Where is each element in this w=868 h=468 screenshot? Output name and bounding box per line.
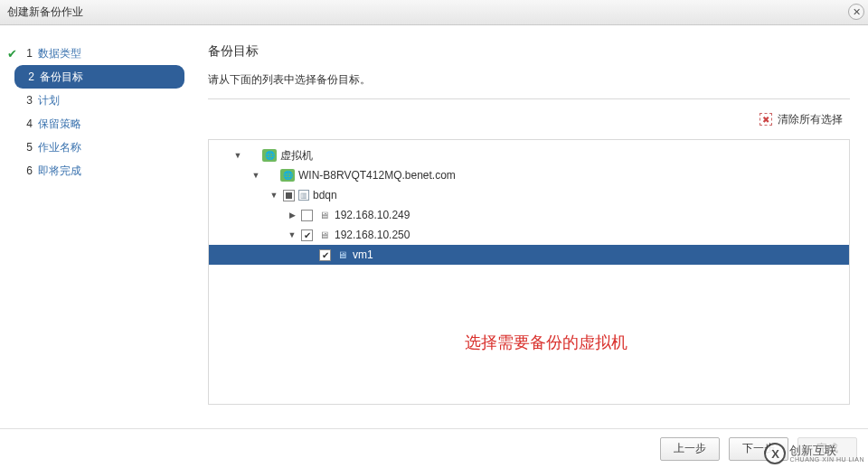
- step-number: 1: [18, 47, 33, 60]
- check-icon: ✔: [5, 47, 18, 61]
- host-icon: 🖥: [316, 229, 331, 241]
- wizard-step-6[interactable]: 6即将完成: [0, 159, 190, 183]
- step-number: 4: [18, 117, 33, 130]
- chevron-down-icon[interactable]: [287, 230, 297, 239]
- wizard-step-3[interactable]: 3计划: [0, 89, 190, 112]
- step-label: 备份目标: [40, 70, 83, 85]
- wizard-step-1[interactable]: ✔1数据类型: [0, 42, 190, 65]
- wizard-step-2[interactable]: 2备份目标: [14, 65, 184, 89]
- tree-node[interactable]: 🌐WIN-B8RVQT412MQ.benet.com: [209, 165, 849, 185]
- close-icon: ✕: [853, 6, 861, 18]
- step-label: 数据类型: [38, 46, 81, 61]
- wizard-step-4[interactable]: 4保留策略: [0, 112, 190, 136]
- wizard-steps-sidebar: ✔1数据类型2备份目标3计划4保留策略5作业名称6即将完成: [0, 25, 190, 428]
- vcenter-icon: 🌐: [280, 169, 295, 182]
- tree-checkbox[interactable]: [301, 210, 313, 221]
- vcenter-icon: 🌐: [262, 149, 277, 162]
- finish-button: 完成: [797, 437, 857, 461]
- tree-checkbox[interactable]: [319, 249, 331, 261]
- step-label: 即将完成: [38, 164, 81, 179]
- step-number: 3: [18, 94, 33, 107]
- close-button[interactable]: ✕: [848, 4, 864, 20]
- tree-node-label: WIN-B8RVQT412MQ.benet.com: [298, 169, 456, 182]
- clear-selection-link[interactable]: 清除所有选择: [778, 112, 843, 127]
- wizard-content-panel: 备份目标 请从下面的列表中选择备份目标。 ✖ 清除所有选择 🌐虚拟机🌐WIN-B…: [190, 25, 868, 428]
- step-number: 6: [18, 164, 33, 177]
- tree-node-label: 虚拟机: [280, 148, 313, 164]
- tree-checkbox[interactable]: [301, 229, 313, 241]
- tree-node-label: 192.168.10.250: [335, 229, 410, 241]
- tree-node-label: bdqn: [313, 189, 337, 201]
- page-subtitle: 请从下面的列表中选择备份目标。: [208, 72, 850, 88]
- next-button[interactable]: 下一步: [729, 437, 788, 461]
- host-icon: 🖥: [316, 209, 331, 221]
- chevron-down-icon[interactable]: [232, 151, 243, 160]
- step-label: 作业名称: [38, 140, 81, 155]
- divider: [208, 98, 850, 99]
- chevron-down-icon[interactable]: [250, 171, 261, 180]
- clear-selection-icon: ✖: [760, 113, 772, 126]
- back-button[interactable]: 上一步: [660, 437, 720, 461]
- tree-node[interactable]: ▥bdqn: [209, 185, 849, 205]
- step-number: 5: [18, 141, 33, 154]
- target-tree: 🌐虚拟机🌐WIN-B8RVQT412MQ.benet.com▥bdqn🖥192.…: [208, 139, 850, 405]
- datacenter-icon: ▥: [298, 190, 309, 201]
- tree-node-label: 192.168.10.249: [335, 209, 410, 221]
- tree-node[interactable]: 🖥vm1: [209, 245, 849, 265]
- chevron-down-icon[interactable]: [269, 191, 279, 200]
- window-titlebar: 创建新备份作业 ✕: [0, 0, 868, 25]
- annotation-text: 选择需要备份的虚拟机: [465, 332, 627, 353]
- chevron-right-icon[interactable]: [287, 211, 297, 220]
- wizard-footer: 上一步 下一步 完成: [0, 428, 868, 468]
- wizard-step-5[interactable]: 5作业名称: [0, 136, 190, 159]
- page-title: 备份目标: [208, 43, 850, 60]
- step-label: 计划: [38, 93, 60, 108]
- window-title: 创建新备份作业: [7, 5, 83, 20]
- tree-node[interactable]: 🖥192.168.10.250: [209, 225, 849, 245]
- tree-checkbox[interactable]: [283, 190, 295, 201]
- tree-node-label: vm1: [353, 248, 373, 261]
- tree-node[interactable]: 🖥192.168.10.249: [209, 205, 849, 225]
- tree-node[interactable]: 🌐虚拟机: [209, 145, 849, 165]
- vm-icon: 🖥: [335, 248, 349, 261]
- step-number: 2: [20, 70, 34, 83]
- step-label: 保留策略: [38, 117, 81, 132]
